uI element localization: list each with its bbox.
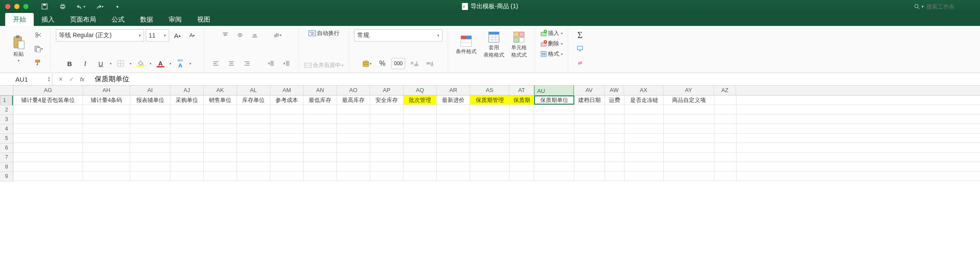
decrease-indent-button[interactable] — [265, 58, 278, 69]
cell-AT3[interactable] — [509, 114, 534, 124]
cell-AZ3[interactable] — [714, 114, 737, 124]
insert-function-button[interactable]: fx — [80, 76, 84, 83]
cell-AQ8[interactable] — [404, 162, 437, 171]
cell-AK3[interactable] — [204, 114, 237, 124]
cell-AT4[interactable] — [509, 124, 534, 133]
cell-AS4[interactable] — [470, 124, 509, 133]
cell-AI2[interactable] — [130, 105, 170, 114]
fill-button[interactable] — [573, 43, 586, 54]
cell-AH4[interactable] — [83, 124, 130, 133]
cell-AU4[interactable] — [534, 124, 574, 133]
cell-AN5[interactable] — [304, 134, 337, 143]
cell-AG8[interactable] — [13, 162, 83, 171]
increase-indent-button[interactable] — [280, 58, 293, 69]
cell-AX6[interactable] — [625, 143, 664, 152]
cell-AS1[interactable]: 保质期管理 — [470, 95, 509, 105]
cell-AY4[interactable] — [664, 124, 714, 133]
row-header-3[interactable]: 3 — [0, 115, 13, 124]
cell-AO3[interactable] — [337, 114, 370, 124]
cell-AH3[interactable] — [83, 114, 130, 124]
cell-AJ2[interactable] — [170, 105, 204, 114]
underline-button[interactable]: U — [94, 58, 107, 69]
cell-AM7[interactable] — [270, 153, 304, 162]
cut-button[interactable] — [32, 29, 45, 41]
column-header-AQ[interactable]: AQ — [404, 86, 437, 95]
confirm-edit-button[interactable]: ✓ — [69, 76, 74, 83]
cell-AI5[interactable] — [130, 134, 170, 143]
cell-AM2[interactable] — [270, 105, 304, 114]
cell-AK2[interactable] — [204, 105, 237, 114]
cell-AS3[interactable] — [470, 114, 509, 124]
cell-AH2[interactable] — [83, 105, 130, 114]
column-header-AS[interactable]: AS — [470, 86, 509, 95]
accounting-format-button[interactable]: ▾ — [360, 58, 373, 69]
bold-button[interactable]: B — [63, 58, 76, 69]
font-color-button[interactable]: A — [154, 58, 167, 69]
cell-AL2[interactable] — [237, 105, 270, 114]
search-sheet[interactable]: ▾ — [914, 3, 980, 10]
orientation-button[interactable]: ab▾ — [271, 29, 284, 41]
cancel-edit-button[interactable]: ✕ — [58, 76, 63, 83]
cell-AV7[interactable] — [574, 153, 605, 162]
phonetic-button[interactable]: abcA — [174, 58, 187, 69]
cell-AQ1[interactable]: 批次管理 — [404, 95, 437, 105]
cell-AT8[interactable] — [509, 162, 534, 171]
cell-AV5[interactable] — [574, 134, 605, 143]
cell-AU1[interactable]: 保质期单位 — [534, 95, 574, 105]
formula-input[interactable] — [90, 75, 980, 83]
cell-AI4[interactable] — [130, 124, 170, 133]
search-input[interactable] — [926, 3, 975, 10]
cell-AX8[interactable] — [625, 162, 664, 171]
cell-AN9[interactable] — [304, 172, 337, 181]
cell-AH1[interactable]: 辅计量4条码 — [83, 95, 130, 105]
cell-AW7[interactable] — [605, 153, 625, 162]
column-header-AW[interactable]: AW — [605, 86, 624, 95]
cell-AR6[interactable] — [437, 143, 470, 152]
cell-AP7[interactable] — [370, 153, 404, 162]
undo-icon[interactable]: ▾ — [75, 1, 86, 12]
align-left-button[interactable] — [209, 58, 222, 69]
cell-AO1[interactable]: 最高库存 — [337, 95, 370, 105]
font-size-select[interactable]: 11▾ — [146, 29, 169, 41]
cell-AT9[interactable] — [509, 172, 534, 181]
cell-AP9[interactable] — [370, 172, 404, 181]
cell-AH8[interactable] — [83, 162, 130, 171]
cell-AR1[interactable]: 最新进价 — [437, 95, 470, 105]
cells-area[interactable]: 辅计量4是否包装单位辅计量4条码报表辅单位采购单位销售单位库存单位参考成本最低库… — [13, 95, 980, 181]
cell-AI3[interactable] — [130, 114, 170, 124]
cell-AV9[interactable] — [574, 172, 605, 181]
cell-AW5[interactable] — [605, 134, 625, 143]
cell-AQ2[interactable] — [404, 105, 437, 114]
cell-AT1[interactable]: 保质期 — [509, 95, 534, 105]
cell-styles-button[interactable]: 单元格 格式式 — [509, 29, 529, 60]
cell-AR8[interactable] — [437, 162, 470, 171]
cell-AL5[interactable] — [237, 134, 270, 143]
close-window[interactable] — [5, 4, 10, 9]
cell-AK5[interactable] — [204, 134, 237, 143]
conditional-formatting-button[interactable]: 条件格式 — [453, 33, 479, 57]
cell-AK8[interactable] — [204, 162, 237, 171]
cell-AG6[interactable] — [13, 143, 83, 152]
cell-AY1[interactable]: 商品自定义项 — [664, 95, 714, 105]
cell-AM3[interactable] — [270, 114, 304, 124]
decrease-font-button[interactable]: A▾ — [186, 30, 199, 41]
cell-AU7[interactable] — [534, 153, 574, 162]
cell-AV8[interactable] — [574, 162, 605, 171]
cell-AS2[interactable] — [470, 105, 509, 114]
cell-AL6[interactable] — [237, 143, 270, 152]
cell-AM6[interactable] — [270, 143, 304, 152]
column-header-AH[interactable]: AH — [83, 86, 130, 95]
cell-AP1[interactable]: 安全库存 — [370, 95, 404, 105]
cell-AM5[interactable] — [270, 134, 304, 143]
cell-AJ5[interactable] — [170, 134, 204, 143]
cell-AV3[interactable] — [574, 114, 605, 124]
row-header-6[interactable]: 6 — [0, 143, 13, 153]
cell-AW2[interactable] — [605, 105, 625, 114]
cell-AL8[interactable] — [237, 162, 270, 171]
cell-AV2[interactable] — [574, 105, 605, 114]
paste-button[interactable]: 粘贴 ▾ — [10, 33, 28, 64]
cell-AM1[interactable]: 参考成本 — [270, 95, 304, 105]
cell-AS8[interactable] — [470, 162, 509, 171]
cell-AS9[interactable] — [470, 172, 509, 181]
cell-AG1[interactable]: 辅计量4是否包装单位 — [13, 95, 83, 105]
